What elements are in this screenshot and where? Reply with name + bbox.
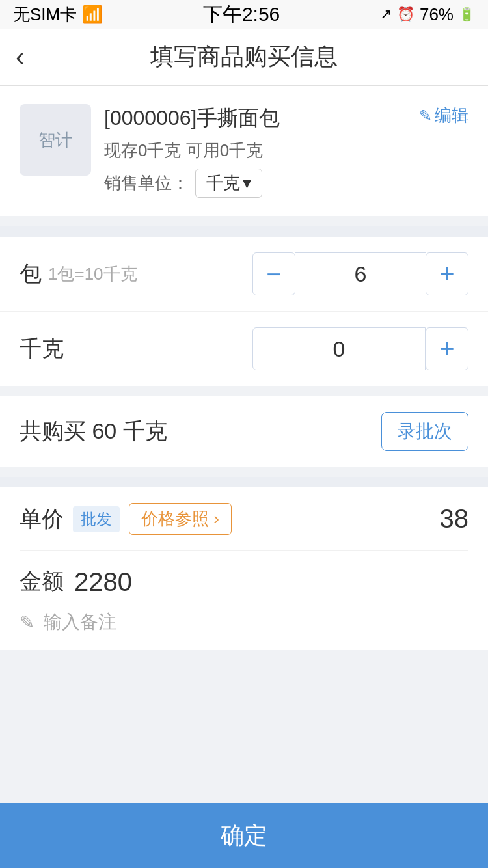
- bao-section: 包 1包=10千克 − + 千克 +: [0, 237, 488, 386]
- unit-label: 销售单位：: [104, 172, 189, 195]
- unit-select[interactable]: 千克 ▾: [195, 169, 262, 198]
- bao-plus-button[interactable]: +: [426, 252, 468, 295]
- product-info: [0000006]手撕面包 现存0千克 可用0千克 销售单位： 千克 ▾: [104, 104, 406, 198]
- amount-row: 金额 2280: [20, 567, 468, 597]
- product-unit-row: 销售单位： 千克 ▾: [104, 169, 406, 198]
- kg-plus-button[interactable]: +: [426, 327, 468, 370]
- status-carrier: 无SIM卡 📶: [13, 3, 103, 26]
- kg-qty-control: +: [252, 327, 468, 370]
- battery-icon: 🔋: [459, 7, 475, 22]
- bao-qty-control: − +: [252, 252, 468, 295]
- back-button[interactable]: ‹: [16, 42, 24, 72]
- batch-button[interactable]: 录批次: [381, 412, 468, 451]
- location-icon: ↗: [380, 6, 392, 23]
- summary-section: 共购买 60 千克 录批次: [0, 396, 488, 467]
- nav-bar: ‹ 填写商品购买信息: [0, 29, 488, 86]
- summary-text: 共购买 60 千克: [20, 416, 167, 446]
- divider-1: [0, 226, 488, 237]
- product-image-placeholder: 智计: [38, 129, 72, 152]
- carrier-text: 无SIM卡: [13, 3, 77, 26]
- unit-value: 千克: [206, 172, 240, 195]
- price-section: 单价 批发 价格参照 › 38 金额 2280 ✎ 输入备注: [0, 487, 488, 650]
- amount-section: 金额 2280 ✎ 输入备注: [20, 551, 468, 650]
- chevron-down-icon: ▾: [243, 173, 251, 193]
- price-label: 单价: [20, 504, 64, 534]
- kg-row: 千克 +: [0, 312, 488, 386]
- kg-qty-input[interactable]: [252, 327, 426, 370]
- price-row: 单价 批发 价格参照 › 38: [20, 503, 468, 551]
- amount-value: 2280: [74, 567, 132, 597]
- confirm-button[interactable]: 确定: [0, 803, 488, 868]
- bao-label: 包: [20, 259, 42, 289]
- note-placeholder: 输入备注: [44, 610, 116, 634]
- status-bar: 无SIM卡 📶 下午2:56 ↗ ⏰ 76% 🔋: [0, 0, 488, 29]
- bao-row: 包 1包=10千克 − +: [0, 237, 488, 312]
- content: 智计 [0000006]手撕面包 现存0千克 可用0千克 销售单位： 千克 ▾ …: [0, 86, 488, 832]
- product-stock: 现存0千克 可用0千克: [104, 139, 406, 162]
- status-right: ↗ ⏰ 76% 🔋: [380, 5, 475, 25]
- pencil-icon: ✎: [20, 612, 34, 633]
- price-left: 单价 批发 价格参照 ›: [20, 503, 232, 535]
- divider-2: [0, 477, 488, 487]
- price-ref-button[interactable]: 价格参照 ›: [129, 503, 232, 535]
- wifi-icon: 📶: [82, 5, 103, 25]
- page-title: 填写商品购买信息: [150, 41, 338, 73]
- battery-text: 76%: [420, 5, 454, 25]
- note-row[interactable]: ✎ 输入备注: [20, 610, 468, 634]
- product-card: 智计 [0000006]手撕面包 现存0千克 可用0千克 销售单位： 千克 ▾ …: [0, 86, 488, 216]
- product-image: 智计: [20, 104, 91, 176]
- edit-button[interactable]: ✎ 编辑: [419, 104, 468, 127]
- price-value: 38: [440, 504, 469, 534]
- price-tag: 批发: [73, 506, 120, 532]
- bao-qty-input[interactable]: [295, 252, 426, 295]
- kg-label: 千克: [20, 334, 64, 364]
- product-name: [0000006]手撕面包: [104, 104, 406, 133]
- bao-hint: 1包=10千克: [48, 263, 252, 286]
- bao-minus-button[interactable]: −: [252, 252, 295, 295]
- edit-label: 编辑: [435, 104, 468, 127]
- alarm-icon: ⏰: [397, 6, 414, 23]
- amount-label: 金额: [20, 567, 64, 597]
- edit-icon: ✎: [419, 107, 432, 125]
- status-time: 下午2:56: [203, 1, 280, 28]
